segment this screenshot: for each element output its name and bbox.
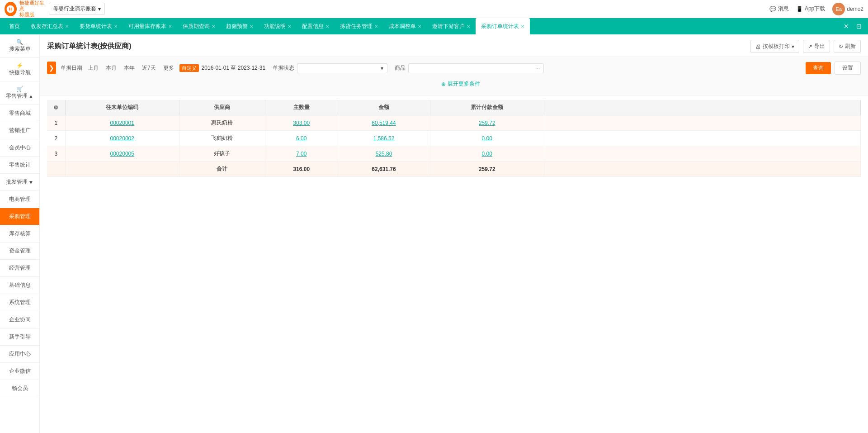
app-download-button[interactable]: 📱 App下载 <box>796 5 825 13</box>
top-right: 💬 消息 📱 App下载 Ea demo2 <box>769 3 863 15</box>
sidebar-item-appcenter[interactable]: 应用中心 <box>0 346 39 363</box>
row-paid[interactable]: 0.00 <box>430 146 544 162</box>
sidebar: 🔍 搜索菜单 ⚡ 快捷导航 🛒 零售管理 ▲ 零售商城 营销推广 会员中心 零售… <box>0 34 40 433</box>
close-tab-pihuo[interactable]: ✕ <box>374 24 378 29</box>
retail-arrow-icon: ▲ <box>28 93 34 100</box>
tab-baochai[interactable]: 保质期查询 ✕ <box>177 18 221 34</box>
row-qty[interactable]: 6.00 <box>265 131 338 146</box>
date-btn-last-month[interactable]: 上月 <box>85 63 101 73</box>
logo-text: 畅捷通好生意 标题版 <box>19 0 44 18</box>
date-btn-this-year[interactable]: 本年 <box>121 63 137 73</box>
tab-home[interactable]: 首页 <box>4 18 25 34</box>
sidebar-item-purchase[interactable]: 采购管理 <box>0 208 39 225</box>
row-no: 2 <box>47 131 65 146</box>
table-row: 3 00020005 好孩子 7.00 525.80 0.00 <box>47 146 861 162</box>
row-code[interactable]: 00020005 <box>65 146 179 162</box>
tab-peizhi[interactable]: 配置信息 ✕ <box>297 18 335 34</box>
filter-secondary: ⊕ 展开更多条件 <box>61 77 861 90</box>
export-button[interactable]: ↗ 导出 <box>803 40 830 53</box>
col-qty: 主数量 <box>265 100 338 115</box>
close-tab-peizhi[interactable]: ✕ <box>326 24 329 29</box>
goods-more-icon[interactable]: ··· <box>535 65 540 71</box>
expand-icon: ⊕ <box>441 81 446 87</box>
sidebar-item-wholesale[interactable]: 批发管理 ▼ <box>0 174 39 191</box>
sidebar-item-marketing[interactable]: 营销推广 <box>0 122 39 139</box>
date-btn-7days[interactable]: 近7天 <box>139 63 159 73</box>
table-row: 2 00020002 飞鹤奶粉 6.00 1,586.52 0.00 <box>47 131 861 146</box>
messages-button[interactable]: 💬 消息 <box>769 5 789 13</box>
sidebar-item-newbie[interactable]: 新手引导 <box>0 328 39 346</box>
sidebar-item-enterprise[interactable]: 企业协同 <box>0 311 39 328</box>
sidebar-item-retail-mall[interactable]: 零售商城 <box>0 105 39 122</box>
sidebar-item-shortcut[interactable]: ⚡ 快捷导航 <box>0 58 39 81</box>
close-tab-yaohuo[interactable]: ✕ <box>114 24 118 29</box>
close-tab-gongneng[interactable]: ✕ <box>288 24 291 29</box>
tab-chengben[interactable]: 成本调整单 ✕ <box>383 18 427 34</box>
row-qty[interactable]: 7.00 <box>265 146 338 162</box>
template-print-button[interactable]: 🖨 按模板打印 ▾ <box>750 40 799 53</box>
close-tab-caigou[interactable]: ✕ <box>521 24 524 29</box>
row-supplier: 飞鹤奶粉 <box>179 131 265 146</box>
template-dropdown-icon: ▾ <box>792 43 794 50</box>
message-icon: 💬 <box>769 6 776 12</box>
filter-main-row: 单据日期 上月 本月 本年 近7天 更多 自定义 2016-01-01 至 20… <box>61 62 861 75</box>
workspace-selector[interactable]: 母婴行业演示账套 ▾ <box>49 3 105 15</box>
export-icon: ↗ <box>808 43 812 50</box>
row-paid[interactable]: 0.00 <box>430 131 544 146</box>
close-all-tabs-button[interactable]: ✕ <box>841 22 852 31</box>
date-btn-this-month[interactable]: 本月 <box>103 63 119 73</box>
row-qty[interactable]: 303.00 <box>265 115 338 131</box>
row-code[interactable]: 00020002 <box>65 131 179 146</box>
close-tab-chaochuyu[interactable]: ✕ <box>250 24 253 29</box>
sidebar-item-search[interactable]: 🔍 搜索菜单 <box>0 34 39 58</box>
sidebar-item-ops[interactable]: 经营管理 <box>0 260 39 277</box>
row-code[interactable]: 00020001 <box>65 115 179 131</box>
row-amount[interactable]: 525.80 <box>338 146 430 162</box>
expand-more-button[interactable]: ⊕ 展开更多条件 <box>439 77 483 90</box>
user-profile[interactable]: Ea demo2 <box>832 3 863 15</box>
wholesale-arrow-icon: ▼ <box>28 179 34 186</box>
row-paid[interactable]: 259.72 <box>430 115 544 131</box>
close-tab-kexiao[interactable]: ✕ <box>168 24 172 29</box>
tab-caigou[interactable]: 采购订单统计表 ✕ <box>476 18 530 34</box>
close-tab-shoufa[interactable]: ✕ <box>65 24 69 29</box>
sidebar-item-system[interactable]: 系统管理 <box>0 294 39 311</box>
footer-label: 合计 <box>179 162 265 177</box>
row-amount[interactable]: 60,519.44 <box>338 115 430 131</box>
tab-gongneng[interactable]: 功能说明 ✕ <box>259 18 297 34</box>
maximize-button[interactable]: ⊡ <box>854 22 864 31</box>
sidebar-item-ecom[interactable]: 电商管理 <box>0 191 39 208</box>
tab-kexiao[interactable]: 可用量库存账本 ✕ <box>123 18 177 34</box>
sidebar-item-member[interactable]: 会员中心 <box>0 139 39 157</box>
logo: 畅捷通好生意 标题版 <box>5 0 44 18</box>
row-amount[interactable]: 1,586.52 <box>338 131 430 146</box>
filter-toggle-button[interactable]: ❯ <box>47 62 56 74</box>
page-header: 采购订单统计表(按供应商) 🖨 按模板打印 ▾ ↗ 导出 ↻ 刷新 <box>40 34 868 57</box>
tab-yaoqing[interactable]: 邀请下游客户 ✕ <box>427 18 476 34</box>
tab-shoufa[interactable]: 收发存汇总表 ✕ <box>25 18 74 34</box>
close-tab-yaoqing[interactable]: ✕ <box>467 24 470 29</box>
close-tab-baochai[interactable]: ✕ <box>212 24 215 29</box>
sidebar-item-basic[interactable]: 基础信息 <box>0 277 39 294</box>
sidebar-item-inventory[interactable]: 库存核算 <box>0 225 39 243</box>
sidebar-item-capital[interactable]: 资金管理 <box>0 243 39 260</box>
goods-input[interactable]: ··· <box>408 63 544 73</box>
tab-pihuo[interactable]: 拣货任务管理 ✕ <box>335 18 383 34</box>
sidebar-item-retail[interactable]: 🛒 零售管理 ▲ <box>0 81 39 105</box>
tab-chaochuyu[interactable]: 超储预警 ✕ <box>221 18 259 34</box>
sidebar-item-vip[interactable]: 畅会员 <box>0 380 39 397</box>
tab-yaohuo[interactable]: 要货单统计表 ✕ <box>74 18 123 34</box>
close-tab-chengben[interactable]: ✕ <box>418 24 421 29</box>
table-row: 1 00020001 惠氏奶粉 303.00 60,519.44 259.72 <box>47 115 861 131</box>
main-content: 采购订单统计表(按供应商) 🖨 按模板打印 ▾ ↗ 导出 ↻ 刷新 <box>40 34 868 433</box>
row-no: 3 <box>47 146 65 162</box>
query-button[interactable]: 查询 <box>806 62 831 74</box>
status-select[interactable]: ▾ <box>297 63 387 73</box>
date-btn-more[interactable]: 更多 <box>160 63 177 73</box>
filter-settings-button[interactable]: 设置 <box>835 62 861 75</box>
sidebar-item-wechat[interactable]: 企业微信 <box>0 363 39 380</box>
sidebar-item-retail-stat[interactable]: 零售统计 <box>0 157 39 174</box>
status-dropdown-icon: ▾ <box>381 65 383 71</box>
settings-icon[interactable]: ⚙ <box>53 105 58 111</box>
refresh-button[interactable]: ↻ 刷新 <box>834 40 861 53</box>
